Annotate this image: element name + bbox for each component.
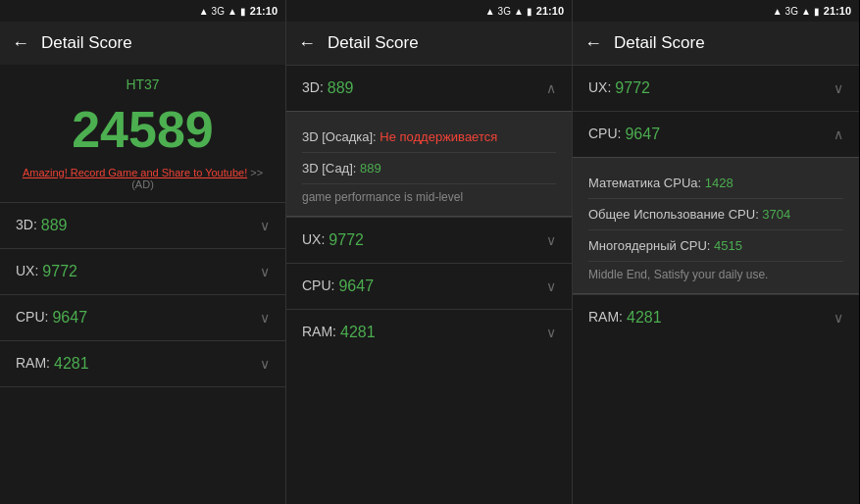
p3-cpu-multi-val: 4515 [714,238,742,253]
panel-2-content: 3D: 889 ∧ 3D [Осадка]: Не поддерживается… [286,65,572,504]
time-3: 21:10 [824,5,851,17]
p2-3d-left: 3D: 889 [302,79,354,97]
3g-icon-2: 3G [498,6,511,17]
ad-banner: Amazing! Record Game and Share to Youtub… [0,163,285,202]
header-2: ← Detail Score [286,22,572,65]
page-title-2: Detail Score [328,33,419,53]
wifi-icon: ▲ [228,6,237,17]
p3-score-label-ram: RAM: [588,309,623,327]
p2-3d-garden-val: 889 [360,161,381,176]
p3-cpu-math-val: 1428 [705,176,734,190]
signal-icon-2: ▲ [485,6,495,17]
p2-chevron-3d: ∧ [546,80,556,96]
p3-cpu-note: Middle End, Satisfy your daily use. [588,262,843,283]
chevron-3d: ∨ [260,218,270,233]
chevron-cpu: ∨ [260,310,270,326]
chevron-ram: ∨ [260,356,270,372]
p3-chevron-ram: ∨ [834,310,843,326]
score-item-ux-right: ∨ [260,264,270,279]
3g-icon-3: 3G [785,6,798,17]
battery-icon: ▮ [240,6,246,17]
p2-score-label-ram: RAM: [302,324,336,341]
back-button-1[interactable]: ← [12,33,29,54]
score-item-3d-right: ∨ [260,218,270,233]
p2-ux-left: UX: 9772 [302,231,364,249]
p3-cpu-general-key: Общее Использование CPU: [588,207,762,222]
p2-score-label-cpu: CPU: [302,277,334,295]
status-bar-2: ▲ 3G ▲ ▮ 21:10 [286,0,572,22]
p2-score-item-ux[interactable]: UX: 9772 ∨ [286,217,572,263]
p3-score-item-cpu[interactable]: CPU: 9647 ∧ [573,111,859,157]
score-item-3d-label-group: 3D: 889 [16,217,68,234]
header-1: ← Detail Score [0,22,285,65]
p3-chevron-ux: ∨ [834,80,843,96]
score-label-ram: RAM: [16,355,50,373]
p2-3d-note-text: game performance is mid-level [302,190,463,204]
p2-cpu-left: CPU: 9647 [302,277,374,295]
score-item-3d[interactable]: 3D: 889 ∨ [0,202,285,248]
score-item-cpu-right: ∨ [260,310,270,326]
p3-score-value-ux: 9772 [615,79,650,97]
p2-3d-garden: 3D [Сад]: 889 [302,153,556,184]
p3-cpu-math: Математика CPUa: 1428 [588,168,843,199]
p2-3d-garden-key: 3D [Сад]: [302,161,360,176]
p3-ram-left: RAM: 4281 [588,309,662,327]
chevron-ux: ∨ [260,264,270,279]
page-title-1: Detail Score [41,33,132,53]
p2-chevron-ux: ∨ [546,232,556,248]
3g-icon: 3G [212,6,225,17]
panel-2: ▲ 3G ▲ ▮ 21:10 ← Detail Score 3D: 889 ∧ … [286,0,573,504]
status-icons-3: ▲ 3G ▲ ▮ [773,6,820,17]
battery-icon-2: ▮ [527,6,532,17]
score-value-3d: 889 [41,217,68,234]
score-item-ram[interactable]: RAM: 4281 ∨ [0,340,285,387]
panel-1: ▲ 3G ▲ ▮ 21:10 ← Detail Score HT37 24589… [0,0,286,504]
header-3: ← Detail Score [573,22,859,65]
p3-cpu-general: Общее Использование CPU: 3704 [588,199,843,230]
status-bar-3: ▲ 3G ▲ ▮ 21:10 [573,0,859,22]
p3-score-label-cpu: CPU: [588,126,621,143]
p3-score-item-ram[interactable]: RAM: 4281 ∨ [573,294,859,340]
panel-3-content: UX: 9772 ∨ CPU: 9647 ∧ Математика CPUa: … [573,65,859,504]
p3-cpu-math-key: Математика CPUa: [588,176,705,190]
p2-ram-left: RAM: 4281 [302,324,376,341]
p3-cpu-note-text: Middle End, Satisfy your daily use. [588,268,768,281]
device-name: HT37 [0,65,285,96]
p3-cpu-multi: Многоядерный CPU: 4515 [588,230,843,262]
p3-score-value-ram: 4281 [627,309,662,327]
p2-3d-note: game performance is mid-level [302,184,556,206]
time-1: 21:10 [250,5,278,17]
p3-score-item-ux[interactable]: UX: 9772 ∨ [573,65,859,111]
score-label-cpu: CPU: [16,309,48,327]
status-bar-1: ▲ 3G ▲ ▮ 21:10 [0,0,285,22]
p2-score-value-ux: 9772 [329,231,364,249]
score-label-3d: 3D: [16,217,37,234]
p2-chevron-cpu: ∨ [546,278,556,294]
p2-3d-siege-val: Не поддерживается [379,129,497,144]
p3-cpu-general-val: 3704 [762,207,790,222]
back-button-2[interactable]: ← [298,33,316,54]
p3-chevron-cpu: ∧ [834,126,843,142]
score-item-ux-label-group: UX: 9772 [16,263,77,280]
p2-score-label-ux: UX: [302,231,325,249]
score-item-ux[interactable]: UX: 9772 ∨ [0,248,285,294]
score-label-ux: UX: [16,263,38,280]
score-value-ux: 9772 [42,263,77,280]
ad-link[interactable]: Amazing! Record Game and Share to Youtub… [23,167,247,178]
time-2: 21:10 [536,5,564,17]
p2-score-label-3d: 3D: [302,79,324,97]
p3-ux-left: UX: 9772 [588,79,650,97]
p2-score-value-3d: 889 [328,79,354,97]
p3-cpu-left: CPU: 9647 [588,126,660,143]
p2-score-item-3d[interactable]: 3D: 889 ∧ [286,65,572,111]
back-button-3[interactable]: ← [584,33,602,54]
p2-score-item-ram[interactable]: RAM: 4281 ∨ [286,309,572,355]
p3-score-label-ux: UX: [588,79,611,97]
score-item-cpu[interactable]: CPU: 9647 ∨ [0,294,285,340]
p2-3d-siege-key: 3D [Осадка]: [302,129,379,144]
p2-3d-siege: 3D [Осадка]: Не поддерживается [302,122,556,153]
p2-score-item-cpu[interactable]: CPU: 9647 ∨ [286,263,572,309]
wifi-icon-3: ▲ [801,6,811,17]
score-item-cpu-label-group: CPU: 9647 [16,309,87,327]
p2-3d-expanded: 3D [Осадка]: Не поддерживается 3D [Сад]:… [286,111,572,217]
